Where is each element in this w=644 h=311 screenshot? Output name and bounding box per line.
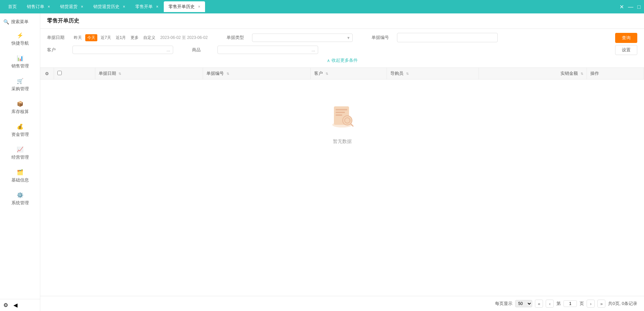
date-custom-btn[interactable]: 自定义 xyxy=(142,34,157,41)
tab-sales-return-history[interactable]: 销货退货历史 × xyxy=(89,1,130,12)
page-input[interactable] xyxy=(563,300,577,307)
col-customer-sort-icon: ⇅ xyxy=(326,72,328,75)
sidebar-item-quick-nav[interactable]: ⚡ 快捷导航 xyxy=(0,28,40,50)
sidebar-search-label: 搜索菜单 xyxy=(11,19,29,25)
col-customer[interactable]: 客户 ⇅ xyxy=(311,68,387,80)
sidebar-settings-icon[interactable]: ⚙ xyxy=(3,302,8,308)
customer-select[interactable]: ... xyxy=(72,46,173,54)
doc-no-label: 单据编号 xyxy=(371,35,392,41)
sidebar-collapse-icon[interactable]: ◀ xyxy=(13,302,17,308)
purchase-mgmt-icon: 🛒 xyxy=(16,77,24,85)
sys-mgmt-icon: ⚙️ xyxy=(16,191,24,199)
query-button[interactable]: 查询 xyxy=(615,33,637,43)
tab-retail-open-history-close[interactable]: × xyxy=(198,4,200,9)
doc-no-input[interactable] xyxy=(397,33,498,42)
sidebar-item-sys-mgmt[interactable]: ⚙️ 系统管理 xyxy=(0,187,40,210)
sidebar-item-inventory[interactable]: 📦 库存核算 xyxy=(0,96,40,119)
col-salesperson[interactable]: 导购员 ⇅ xyxy=(387,68,479,80)
finance-icon: 💰 xyxy=(16,123,24,130)
date-more-btn[interactable]: 更多 xyxy=(129,34,140,41)
window-minimize-icon[interactable]: — xyxy=(628,4,633,10)
first-page-icon: « xyxy=(538,301,540,306)
per-page-select[interactable]: 50 10 20 100 xyxy=(515,300,532,307)
col-amount[interactable]: 实销金额 ⇅ xyxy=(479,68,587,80)
content-area: 零售开单历史 + 新增 🗑 删除 🖨 打印 ▾ ↗ 导出 ↺ xyxy=(40,13,644,311)
tab-retail-open-history[interactable]: 零售开单历史 × xyxy=(164,1,205,12)
window-maximize-icon[interactable]: □ xyxy=(637,4,641,10)
prev-page-btn[interactable]: ‹ xyxy=(546,300,554,308)
table-header-row: ⚙ 单据日期 ⇅ 单据编号 ⇅ xyxy=(40,68,644,80)
filter-settings-button[interactable]: 设置 xyxy=(615,45,637,55)
tab-home[interactable]: 首页 xyxy=(3,1,21,12)
tab-sales-return-history-close[interactable]: × xyxy=(123,4,125,9)
col-checkbox[interactable] xyxy=(54,68,95,80)
sidebar-item-sys-mgmt-label: 系统管理 xyxy=(11,200,29,206)
col-salesperson-label: 导购员 xyxy=(390,71,403,76)
col-settings-icon[interactable]: ⚙ xyxy=(45,71,49,76)
col-salesperson-sort-icon: ⇅ xyxy=(406,72,409,75)
date-last-month-btn[interactable]: 近1月 xyxy=(114,34,128,41)
doc-type-select[interactable]: ▾ xyxy=(252,34,353,42)
col-settings[interactable]: ⚙ xyxy=(40,68,54,80)
tab-sales-return-close[interactable]: × xyxy=(81,4,83,9)
sidebar-item-basic-info-label: 基础信息 xyxy=(11,177,29,183)
product-select[interactable]: ... xyxy=(217,46,318,54)
sidebar-search[interactable]: 🔍 搜索菜单 xyxy=(0,16,40,28)
doc-type-label: 单据类型 xyxy=(227,35,247,41)
sidebar-item-purchase-mgmt[interactable]: 🛒 采购管理 xyxy=(0,73,40,96)
sidebar: 🔍 搜索菜单 ⚡ 快捷导航 📊 销售管理 🛒 采购管理 📦 库存核算 💰 资金管… xyxy=(0,13,40,311)
tab-sales-return[interactable]: 销货退货 × xyxy=(55,1,88,12)
table-head: ⚙ 单据日期 ⇅ 单据编号 ⇅ xyxy=(40,68,644,80)
inventory-icon: 📦 xyxy=(16,100,24,107)
sidebar-item-quick-nav-label: 快捷导航 xyxy=(11,40,29,46)
sidebar-item-finance[interactable]: 💰 资金管理 xyxy=(0,119,40,142)
window-close-icon[interactable]: ✕ xyxy=(620,4,624,10)
collapse-label: 收起更多条件 xyxy=(332,57,358,63)
per-page-label: 每页显示 xyxy=(495,301,512,307)
doc-type-arrow-icon: ▾ xyxy=(347,35,350,40)
svg-rect-2 xyxy=(336,109,347,110)
sidebar-item-finance-label: 资金管理 xyxy=(11,132,29,138)
sidebar-item-purchase-mgmt-label: 采购管理 xyxy=(11,86,29,92)
table-container: ⚙ 单据日期 ⇅ 单据编号 ⇅ xyxy=(40,68,644,296)
tab-retail-open[interactable]: 零售开单 × xyxy=(131,1,163,12)
col-date[interactable]: 单据日期 ⇅ xyxy=(95,68,203,80)
col-doc-no[interactable]: 单据编号 ⇅ xyxy=(203,68,310,80)
page-header: 零售开单历史 + 新增 🗑 删除 🖨 打印 ▾ ↗ 导出 ↺ xyxy=(40,13,644,29)
select-all-checkbox[interactable] xyxy=(57,71,62,75)
sidebar-item-inventory-label: 库存核算 xyxy=(11,109,29,115)
date-last7-btn[interactable]: 近7天 xyxy=(99,34,112,41)
product-filter-label: 商品 xyxy=(192,47,212,53)
col-date-label: 单据日期 xyxy=(99,71,116,76)
svg-rect-3 xyxy=(336,112,345,113)
next-page-icon: › xyxy=(590,301,591,306)
tab-sales-order-close[interactable]: × xyxy=(48,4,50,9)
sidebar-item-sales-mgmt[interactable]: 📊 销售管理 xyxy=(0,50,40,73)
tab-bar: 首页 销售订单 × 销货退货 × 销货退货历史 × 零售开单 × 零售开单历史 … xyxy=(0,0,644,13)
col-customer-label: 客户 xyxy=(314,71,323,76)
total-info: 共0页, 0条记录 xyxy=(608,301,637,307)
date-yesterday-btn[interactable]: 昨天 xyxy=(72,34,83,41)
tab-retail-open-close[interactable]: × xyxy=(156,4,158,9)
last-page-icon: » xyxy=(600,301,603,306)
sidebar-item-basic-info[interactable]: 🗂️ 基础信息 xyxy=(0,164,40,187)
query-actions: 查询 设置 xyxy=(615,33,637,55)
empty-state: 暂无数据 xyxy=(40,80,644,165)
tab-sales-order[interactable]: 销售订单 × xyxy=(22,1,55,12)
col-date-sort-icon: ⇅ xyxy=(118,72,121,75)
sidebar-item-ops-mgmt[interactable]: 📈 经营管理 xyxy=(0,142,40,164)
product-ellipsis: ... xyxy=(311,47,315,52)
tab-sales-return-label: 销货退货 xyxy=(60,4,78,10)
tab-retail-open-history-label: 零售开单历史 xyxy=(168,4,195,10)
date-today-btn[interactable]: 今天 xyxy=(85,34,97,41)
tab-retail-open-label: 零售开单 xyxy=(135,4,153,10)
col-action-label: 操作 xyxy=(590,71,599,76)
col-amount-label: 实销金额 xyxy=(560,71,578,76)
sales-mgmt-icon: 📊 xyxy=(16,54,24,62)
last-page-btn[interactable]: » xyxy=(597,300,605,308)
next-page-btn[interactable]: › xyxy=(587,300,595,308)
tab-bar-right: ✕ — □ xyxy=(620,4,641,10)
first-page-btn[interactable]: « xyxy=(535,300,543,308)
collapse-btn[interactable]: ∧ 收起更多条件 xyxy=(327,57,358,63)
page-label-suffix: 页 xyxy=(580,301,584,307)
